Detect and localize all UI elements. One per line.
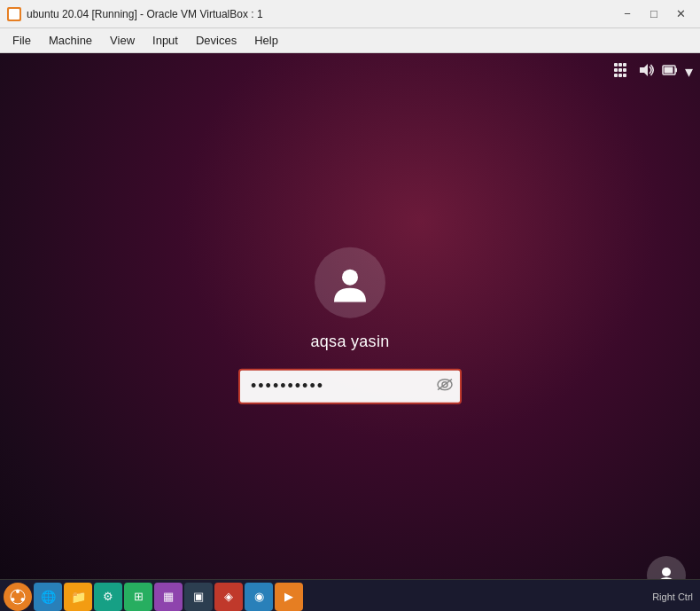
taskbar-terminal-icon[interactable]: ⚙ bbox=[94, 583, 122, 611]
close-button[interactable]: ✕ bbox=[668, 4, 693, 25]
menu-help[interactable]: Help bbox=[245, 32, 287, 49]
right-ctrl-label: Right Ctrl bbox=[652, 591, 696, 602]
minimize-button[interactable]: − bbox=[615, 4, 640, 25]
svg-rect-1 bbox=[614, 63, 618, 67]
vm-volume-icon[interactable] bbox=[639, 63, 655, 82]
ubuntu-taskbar-icon[interactable] bbox=[4, 583, 32, 611]
menu-input[interactable]: Input bbox=[144, 32, 187, 49]
svg-rect-13 bbox=[665, 67, 673, 73]
avatar bbox=[315, 247, 385, 317]
menubar: File Machine View Input Devices Help bbox=[0, 28, 700, 53]
svg-rect-9 bbox=[623, 74, 626, 77]
svg-point-18 bbox=[662, 568, 671, 576]
vm-battery-icon[interactable] bbox=[662, 63, 678, 82]
taskbar-app8-icon[interactable]: ◉ bbox=[245, 583, 273, 611]
taskbar-icons: 🌐 📁 ⚙ ⊞ ▦ ▣ ◈ ◉ ▶ bbox=[4, 583, 303, 611]
menu-devices[interactable]: Devices bbox=[187, 32, 245, 49]
menu-machine[interactable]: Machine bbox=[40, 32, 101, 49]
taskbar-app7-icon[interactable]: ◈ bbox=[214, 583, 243, 611]
svg-rect-2 bbox=[618, 63, 622, 67]
username-label: aqsa yasin bbox=[310, 332, 389, 350]
login-container: aqsa yasin bbox=[238, 247, 462, 403]
svg-rect-5 bbox=[618, 68, 622, 72]
vm-network-icon[interactable] bbox=[614, 63, 632, 82]
svg-marker-10 bbox=[640, 64, 648, 76]
titlebar-left: ubuntu 20.04 [Running] - Oracle VM Virtu… bbox=[7, 7, 263, 21]
svg-rect-0 bbox=[9, 9, 19, 20]
taskbar-browser-icon[interactable]: 🌐 bbox=[34, 583, 62, 611]
menu-file[interactable]: File bbox=[4, 32, 40, 49]
vbox-icon bbox=[7, 7, 21, 21]
svg-point-14 bbox=[342, 269, 358, 285]
taskbar-files-icon[interactable]: 📁 bbox=[64, 583, 92, 611]
password-container bbox=[238, 368, 462, 403]
titlebar-controls: − □ ✕ bbox=[615, 4, 693, 25]
taskbar-app9-icon[interactable]: ▶ bbox=[275, 583, 303, 611]
taskbar-network-icon[interactable]: ⊞ bbox=[124, 583, 152, 611]
taskbar-app6-icon[interactable]: ▣ bbox=[184, 583, 213, 611]
svg-rect-6 bbox=[623, 68, 626, 72]
svg-point-21 bbox=[21, 598, 25, 601]
password-input[interactable] bbox=[238, 368, 462, 403]
vm-system-tray: ▾ bbox=[614, 62, 693, 82]
titlebar: ubuntu 20.04 [Running] - Oracle VM Virtu… bbox=[0, 0, 700, 28]
svg-rect-8 bbox=[618, 74, 622, 77]
svg-rect-3 bbox=[623, 63, 626, 67]
svg-rect-12 bbox=[675, 67, 677, 72]
taskbar-app5-icon[interactable]: ▦ bbox=[154, 583, 183, 611]
vm-tray-menu-icon[interactable]: ▾ bbox=[685, 62, 693, 82]
svg-rect-4 bbox=[614, 68, 618, 72]
svg-point-20 bbox=[16, 590, 19, 593]
svg-point-22 bbox=[12, 598, 15, 601]
titlebar-title: ubuntu 20.04 [Running] - Oracle VM Virtu… bbox=[27, 8, 263, 20]
taskbar: 🌐 📁 ⚙ ⊞ ▦ ▣ ◈ ◉ ▶ bbox=[0, 579, 700, 611]
toggle-password-icon[interactable] bbox=[437, 378, 453, 394]
maximize-button[interactable]: □ bbox=[642, 4, 666, 25]
svg-rect-7 bbox=[614, 74, 618, 77]
menu-view[interactable]: View bbox=[101, 32, 144, 49]
vm-content: ▾ aqsa yasin bbox=[0, 53, 700, 611]
